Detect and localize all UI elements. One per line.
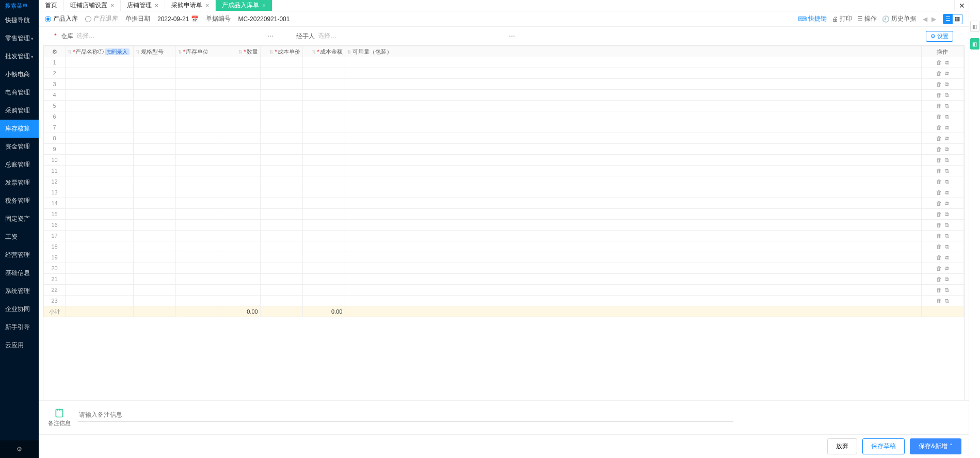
table-row[interactable]: 23🗑⧉ <box>44 296 964 306</box>
col-unit[interactable]: ⇅*库存单位 <box>175 46 218 57</box>
copy-icon[interactable]: ⧉ <box>945 59 949 66</box>
copy-icon[interactable]: ⧉ <box>945 135 949 141</box>
sidebar-item[interactable]: 电商管理 <box>0 84 39 102</box>
table-row[interactable]: 22🗑⧉ <box>44 285 964 296</box>
table-row[interactable]: 9🗑⧉ <box>44 144 964 155</box>
copy-icon[interactable]: ⧉ <box>945 222 949 228</box>
sidebar-item[interactable]: 系统管理 <box>0 282 39 300</box>
delete-icon[interactable]: 🗑 <box>936 168 942 174</box>
table-row[interactable]: 5🗑⧉ <box>44 101 964 111</box>
delete-icon[interactable]: 🗑 <box>936 211 942 217</box>
delete-icon[interactable]: 🗑 <box>936 298 942 304</box>
handler-field[interactable]: 经手人 选择… ⋯ <box>296 31 517 41</box>
more-icon[interactable]: ⋯ <box>507 32 517 40</box>
gear-column-icon[interactable]: ⚙ <box>44 46 66 57</box>
search-menu[interactable]: 搜索菜单 <box>0 0 39 11</box>
copy-icon[interactable]: ⧉ <box>945 200 949 206</box>
table-row[interactable]: 6🗑⧉ <box>44 111 964 122</box>
list-view-icon[interactable]: ☰ <box>943 14 953 24</box>
copy-icon[interactable]: ⧉ <box>945 211 949 217</box>
tab[interactable]: 产成品入库单× <box>216 0 272 11</box>
delete-icon[interactable]: 🗑 <box>936 113 942 120</box>
warehouse-field[interactable]: *仓库 选择… ⋯ <box>54 31 276 41</box>
delete-icon[interactable]: 🗑 <box>936 70 942 76</box>
sidebar-item[interactable]: 批发管理▾ <box>0 47 39 66</box>
tab[interactable]: 旺铺店铺设置× <box>64 0 121 11</box>
delete-icon[interactable]: 🗑 <box>936 254 942 260</box>
delete-icon[interactable]: 🗑 <box>936 189 942 195</box>
table-row[interactable]: 13🗑⧉ <box>44 187 964 198</box>
table-row[interactable]: 18🗑⧉ <box>44 241 964 252</box>
settings-button[interactable]: ⚙ 设置 <box>926 31 953 42</box>
sidebar-item[interactable]: 云应用 <box>0 336 39 354</box>
sidebar-item[interactable]: 小畅电商 <box>0 66 39 84</box>
data-grid[interactable]: ⚙ ⇅*产品名称①扫码录入 ⇅规格型号 ⇅*库存单位 ⇅*数量 ⇅*成本单价 ⇅… <box>43 45 965 400</box>
table-row[interactable]: 17🗑⧉ <box>44 231 964 241</box>
sidebar-item[interactable]: 固定资产 <box>0 210 39 228</box>
sidebar-item[interactable]: 快捷导航 <box>0 11 39 29</box>
delete-icon[interactable]: 🗑 <box>936 59 942 66</box>
copy-icon[interactable]: ⧉ <box>945 81 949 87</box>
radio-product-out[interactable]: 产品退库 <box>85 14 118 23</box>
strip-icon-1[interactable]: ◧ <box>970 21 979 32</box>
sidebar-item[interactable]: 新手引导 <box>0 318 39 336</box>
sidebar-item[interactable]: 企业协同 <box>0 300 39 318</box>
tab[interactable]: 店铺管理× <box>121 0 165 11</box>
col-product-name[interactable]: ⇅*产品名称①扫码录入 <box>66 46 134 57</box>
close-icon[interactable]: ✕ <box>954 0 969 11</box>
sidebar-item[interactable]: 税务管理 <box>0 192 39 210</box>
delete-icon[interactable]: 🗑 <box>936 135 942 141</box>
delete-icon[interactable]: 🗑 <box>936 200 942 206</box>
shortcut-button[interactable]: ⌨ 快捷键 <box>798 14 827 23</box>
copy-icon[interactable]: ⧉ <box>945 146 949 152</box>
sidebar-item[interactable]: 零售管理▾ <box>0 29 39 47</box>
delete-icon[interactable]: 🗑 <box>936 222 942 228</box>
strip-icon-2[interactable]: ◧ <box>970 38 979 50</box>
table-row[interactable]: 2🗑⧉ <box>44 68 964 79</box>
table-row[interactable]: 8🗑⧉ <box>44 133 964 144</box>
close-icon[interactable]: × <box>205 2 209 9</box>
delete-icon[interactable]: 🗑 <box>936 178 942 185</box>
copy-icon[interactable]: ⧉ <box>945 287 949 293</box>
sidebar-item[interactable]: 经营管理 <box>0 246 39 264</box>
close-icon[interactable]: × <box>110 2 114 9</box>
sidebar-item[interactable]: 基础信息 <box>0 264 39 282</box>
delete-icon[interactable]: 🗑 <box>936 157 942 163</box>
copy-icon[interactable]: ⧉ <box>945 233 949 239</box>
copy-icon[interactable]: ⧉ <box>945 103 949 109</box>
col-available[interactable]: ⇅可用量（包装） <box>345 46 921 57</box>
copy-icon[interactable]: ⧉ <box>945 157 949 163</box>
table-row[interactable]: 20🗑⧉ <box>44 263 964 274</box>
tab[interactable]: 采购申请单× <box>165 0 216 11</box>
tab[interactable]: 首页 <box>39 0 64 11</box>
discard-button[interactable]: 放弃 <box>827 438 857 454</box>
save-draft-button[interactable]: 保存草稿 <box>862 438 905 454</box>
copy-icon[interactable]: ⧉ <box>945 92 949 98</box>
table-row[interactable]: 11🗑⧉ <box>44 166 964 176</box>
delete-icon[interactable]: 🗑 <box>936 146 942 152</box>
col-qty[interactable]: ⇅*数量 <box>218 46 260 57</box>
sidebar-item[interactable]: 采购管理 <box>0 102 39 120</box>
table-row[interactable]: 14🗑⧉ <box>44 198 964 209</box>
copy-icon[interactable]: ⧉ <box>945 124 949 130</box>
close-icon[interactable]: × <box>262 2 266 9</box>
print-button[interactable]: 🖨 打印 <box>832 14 852 23</box>
close-icon[interactable]: × <box>155 2 158 9</box>
copy-icon[interactable]: ⧉ <box>945 70 949 76</box>
view-toggle[interactable]: ☰▦ <box>943 14 962 24</box>
sidebar-item[interactable]: 资金管理 <box>0 138 39 156</box>
col-spec[interactable]: ⇅规格型号 <box>133 46 175 57</box>
delete-icon[interactable]: 🗑 <box>936 233 942 239</box>
col-price[interactable]: ⇅*成本单价 <box>260 46 302 57</box>
table-row[interactable]: 1🗑⧉ <box>44 57 964 68</box>
table-row[interactable]: 16🗑⧉ <box>44 220 964 231</box>
date-value[interactable]: 2022-09-21📅 <box>157 15 199 23</box>
copy-icon[interactable]: ⧉ <box>945 276 949 282</box>
radio-product-in[interactable]: 产品入库 <box>45 14 78 23</box>
delete-icon[interactable]: 🗑 <box>936 276 942 282</box>
grid-view-icon[interactable]: ▦ <box>953 14 962 24</box>
calendar-icon[interactable]: 📅 <box>191 15 199 23</box>
settings-gear-icon[interactable]: ⚙ <box>0 440 39 458</box>
delete-icon[interactable]: 🗑 <box>936 124 942 130</box>
delete-icon[interactable]: 🗑 <box>936 287 942 293</box>
